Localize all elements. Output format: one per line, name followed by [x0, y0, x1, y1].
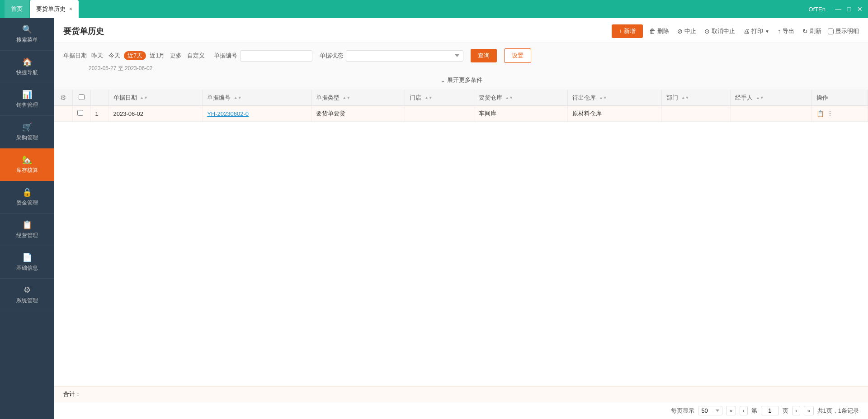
date-range-display: 2023-05-27 至 2023-06-02 — [63, 65, 859, 72]
th-department-sort[interactable]: ▲▼ — [681, 96, 689, 100]
print-icon: 🖨 — [743, 28, 750, 35]
sidebar-item-ops-mgmt[interactable]: 📋 经营管理 — [0, 214, 54, 246]
th-doc-type: 单据类型 ▲▼ — [311, 90, 405, 106]
per-page-select[interactable]: 10 20 50 100 — [698, 406, 722, 415]
td-store — [405, 106, 474, 122]
expand-more-btn[interactable]: ⌄ 展开更多条件 — [63, 76, 859, 84]
row-doc-no-link[interactable]: YH-20230602-0 — [207, 110, 249, 117]
print-button[interactable]: 🖨 打印 ▼ — [741, 26, 771, 36]
pagination-bar: 每页显示 10 20 50 100 « ‹ 第 页 › » 共1页，1条记录 — [54, 402, 868, 419]
sidebar-item-system-mgmt-label: 系统管理 — [16, 297, 38, 305]
select-all-checkbox[interactable] — [79, 94, 85, 100]
query-button[interactable]: 查询 — [471, 49, 497, 62]
table-area: ⚙ 单据日期 ▲▼ 单据编号 ▲▼ — [54, 90, 868, 386]
suspend-button[interactable]: ⊘ 中止 — [675, 26, 698, 36]
current-page-input[interactable] — [761, 406, 779, 415]
tab-home[interactable]: 首页 — [5, 0, 29, 18]
inventory-calc-icon: 🏡 — [22, 155, 32, 165]
date-shortcut-yesterday[interactable]: 昨天 — [90, 51, 105, 60]
row-num: 1 — [95, 110, 99, 117]
print-dropdown-icon: ▼ — [765, 29, 769, 34]
column-settings-icon[interactable]: ⚙ — [60, 94, 66, 101]
minimize-btn[interactable]: — — [835, 5, 842, 13]
display-detail-checkbox[interactable] — [828, 29, 834, 34]
th-req-warehouse-sort[interactable]: ▲▼ — [505, 96, 513, 100]
delete-button[interactable]: 🗑 删除 — [647, 26, 671, 36]
window-controls: — □ ✕ — [835, 5, 863, 13]
th-operations: 操作 — [812, 90, 868, 106]
sidebar-item-search-menu[interactable]: 🔍 搜索菜单 — [0, 18, 54, 51]
export-icon: ↑ — [778, 28, 781, 35]
sales-mgmt-icon: 📊 — [22, 90, 32, 100]
quick-nav-icon: 🏠 — [22, 57, 32, 67]
tab-requisition-history[interactable]: 要货单历史 × — [30, 0, 79, 18]
row-checkbox[interactable] — [77, 110, 83, 116]
first-page-btn[interactable]: « — [726, 406, 736, 415]
sidebar-item-quick-nav[interactable]: 🏠 快捷导航 — [0, 51, 54, 83]
td-pending-warehouse: 原材料仓库 — [568, 106, 662, 122]
add-button[interactable]: + 新增 — [612, 24, 643, 38]
topbar-right: OfTEn — □ ✕ — [808, 5, 863, 13]
sidebar-item-system-mgmt[interactable]: ⚙ 系统管理 — [0, 279, 54, 311]
th-settings: ⚙ — [54, 90, 72, 106]
row-doc-date: 2023-06-02 — [113, 110, 144, 117]
table-footer: 合计： — [54, 386, 868, 402]
row-view-icon[interactable]: 📋 — [816, 110, 824, 117]
settings-button[interactable]: 设置 — [504, 48, 531, 63]
th-doc-no-sort[interactable]: ▲▼ — [234, 96, 242, 100]
refresh-icon: ↻ — [802, 28, 808, 35]
date-shortcut-more[interactable]: 更多 — [168, 51, 184, 60]
maximize-btn[interactable]: □ — [845, 5, 853, 13]
sidebar-item-basic-info[interactable]: 📄 基础信息 — [0, 246, 54, 279]
th-doc-type-sort[interactable]: ▲▼ — [342, 96, 350, 100]
sidebar-item-purchase-mgmt[interactable]: 🛒 采购管理 — [0, 116, 54, 148]
purchase-mgmt-icon: 🛒 — [22, 122, 32, 132]
delete-icon: 🗑 — [649, 28, 656, 35]
th-num — [90, 90, 108, 106]
top-bar: 首页 要货单历史 × OfTEn — □ ✕ — [0, 0, 868, 18]
th-doc-date-sort[interactable]: ▲▼ — [140, 96, 148, 100]
prev-page-btn[interactable]: ‹ — [740, 406, 748, 415]
last-page-btn[interactable]: » — [804, 406, 813, 415]
th-doc-no: 单据编号 ▲▼ — [203, 90, 311, 106]
date-range-text: 2023-05-27 至 2023-06-02 — [89, 65, 152, 71]
date-filter-label: 单据日期 — [63, 52, 87, 60]
sidebar-item-inventory-calc[interactable]: 🏡 库存核算 — [0, 148, 54, 181]
th-store-sort[interactable]: ▲▼ — [425, 96, 433, 100]
th-pending-warehouse-sort[interactable]: ▲▼ — [599, 96, 607, 100]
doc-no-input[interactable] — [240, 50, 312, 62]
filter-area: 单据日期 昨天 今天 近7天 近1月 更多 自定义 单据编号 — [54, 43, 868, 90]
data-table: ⚙ 单据日期 ▲▼ 单据编号 ▲▼ — [54, 90, 868, 122]
th-handler-sort[interactable]: ▲▼ — [756, 96, 764, 100]
doc-no-label: 单据编号 — [214, 52, 237, 60]
tab-close-icon[interactable]: × — [69, 6, 72, 12]
th-doc-date: 单据日期 ▲▼ — [108, 90, 203, 106]
td-checkbox — [72, 106, 90, 122]
th-doc-no-label: 单据编号 — [207, 94, 231, 101]
row-actions: 📋 ⋮ — [816, 110, 863, 117]
next-page-btn[interactable]: › — [792, 406, 800, 415]
row-more-icon[interactable]: ⋮ — [827, 110, 833, 117]
doc-status-select[interactable] — [346, 50, 463, 62]
toolbar: + 新增 🗑 删除 ⊘ 中止 ⊙ 取消中止 🖨 打印 ▼ — [612, 24, 859, 38]
td-handler — [731, 106, 812, 122]
basic-info-icon: 📄 — [22, 252, 32, 262]
close-btn[interactable]: ✕ — [856, 5, 863, 13]
th-doc-type-label: 单据类型 — [316, 94, 340, 101]
th-store-label: 门店 — [410, 94, 421, 101]
doc-status-label: 单据状态 — [320, 52, 343, 60]
export-button[interactable]: ↑ 导出 — [776, 26, 796, 36]
refresh-label: 刷新 — [810, 27, 821, 35]
date-shortcut-last-month[interactable]: 近1月 — [148, 51, 166, 60]
cancel-suspend-button[interactable]: ⊙ 取消中止 — [703, 26, 737, 36]
sidebar-item-sales-mgmt[interactable]: 📊 销售管理 — [0, 83, 54, 116]
th-req-warehouse-label: 要货仓库 — [479, 94, 502, 101]
date-shortcut-last7days[interactable]: 近7天 — [124, 51, 146, 60]
refresh-button[interactable]: ↻ 刷新 — [801, 26, 823, 36]
total-info: 共1页，1条记录 — [817, 407, 859, 415]
display-detail-toggle[interactable]: 显示明细 — [828, 27, 859, 35]
date-shortcut-custom[interactable]: 自定义 — [185, 51, 207, 60]
ops-mgmt-icon: 📋 — [22, 220, 32, 230]
date-shortcut-today[interactable]: 今天 — [107, 51, 122, 60]
sidebar-item-fund-mgmt[interactable]: 🔒 资金管理 — [0, 181, 54, 214]
